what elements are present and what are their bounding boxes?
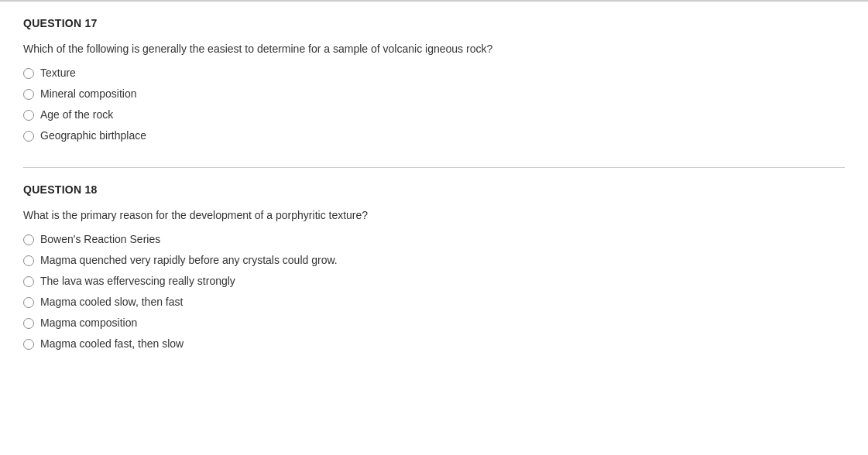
list-item: Texture xyxy=(23,65,845,81)
option-label: Texture xyxy=(40,65,76,81)
list-item: The lava was effervescing really strongl… xyxy=(23,273,845,289)
question-18-text: What is the primary reason for the devel… xyxy=(23,207,845,224)
radio-option-q17-1[interactable] xyxy=(23,89,34,100)
question-17-text: Which of the following is generally the … xyxy=(23,41,845,57)
page-container: QUESTION 17 Which of the following is ge… xyxy=(0,0,868,455)
option-label: Magma cooled fast, then slow xyxy=(40,336,184,352)
option-label: Magma quenched very rapidly before any c… xyxy=(40,252,338,269)
radio-option-q17-0[interactable] xyxy=(23,68,34,79)
option-label: The lava was effervescing really strongl… xyxy=(40,273,235,289)
list-item: Bowen's Reaction Series xyxy=(23,231,845,248)
question-18-block: QUESTION 18 What is the primary reason f… xyxy=(0,168,868,375)
radio-option-q18-0[interactable] xyxy=(23,234,34,245)
radio-option-q18-5[interactable] xyxy=(23,339,34,350)
option-label: Mineral composition xyxy=(40,86,137,102)
question-17-label: QUESTION 17 xyxy=(23,15,845,32)
list-item: Magma quenched very rapidly before any c… xyxy=(23,252,845,269)
radio-option-q18-1[interactable] xyxy=(23,255,34,266)
option-label: Age of the rock xyxy=(40,107,113,123)
list-item: Geographic birthplace xyxy=(23,128,845,144)
list-item: Mineral composition xyxy=(23,86,845,102)
radio-option-q18-2[interactable] xyxy=(23,276,34,287)
radio-option-q18-4[interactable] xyxy=(23,318,34,329)
radio-option-q17-2[interactable] xyxy=(23,110,34,121)
list-item: Magma composition xyxy=(23,315,845,331)
radio-option-q18-3[interactable] xyxy=(23,297,34,308)
question-17-options: Texture Mineral composition Age of the r… xyxy=(23,65,845,144)
list-item: Magma cooled fast, then slow xyxy=(23,336,845,352)
option-label: Bowen's Reaction Series xyxy=(40,231,160,248)
question-18-label: QUESTION 18 xyxy=(23,182,845,198)
option-label: Geographic birthplace xyxy=(40,128,146,144)
list-item: Magma cooled slow, then fast xyxy=(23,294,845,310)
option-label: Magma composition xyxy=(40,315,137,331)
question-17-block: QUESTION 17 Which of the following is ge… xyxy=(0,2,868,167)
option-label: Magma cooled slow, then fast xyxy=(40,294,183,310)
question-18-options: Bowen's Reaction Series Magma quenched v… xyxy=(23,231,845,352)
radio-option-q17-3[interactable] xyxy=(23,131,34,142)
list-item: Age of the rock xyxy=(23,107,845,123)
